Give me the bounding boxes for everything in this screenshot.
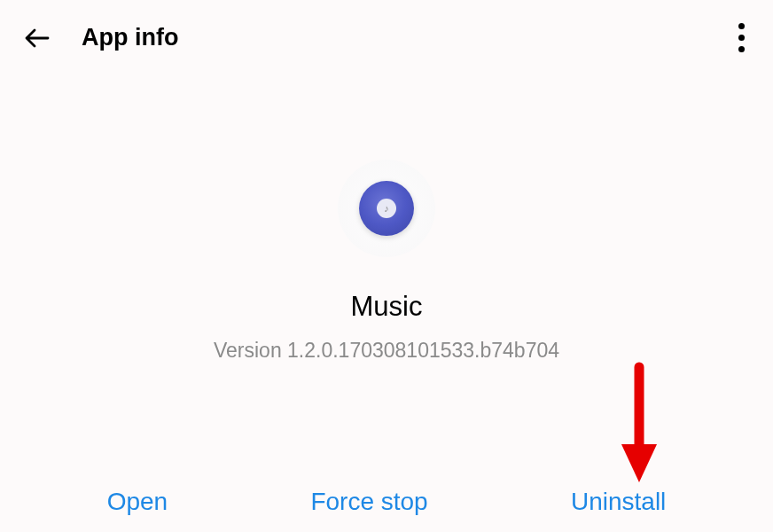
header-left: App info xyxy=(21,22,178,54)
app-name: Music xyxy=(351,291,423,323)
header: App info xyxy=(0,0,773,75)
svg-marker-1 xyxy=(621,444,657,482)
action-buttons: Open Force stop Uninstall xyxy=(0,488,773,516)
annotation-arrow-icon xyxy=(617,360,661,484)
page-title: App info xyxy=(82,24,178,51)
more-vertical-icon xyxy=(738,23,745,29)
app-version: Version 1.2.0.170308101533.b74b704 xyxy=(214,339,559,363)
app-info-section: ♪ Music Version 1.2.0.170308101533.b74b7… xyxy=(0,160,773,363)
more-options-button[interactable] xyxy=(731,16,752,59)
uninstall-button[interactable]: Uninstall xyxy=(571,488,666,516)
open-button[interactable]: Open xyxy=(107,488,168,516)
back-button[interactable] xyxy=(21,22,53,54)
music-disc-icon: ♪ xyxy=(359,181,414,236)
app-icon: ♪ xyxy=(338,160,435,257)
arrow-left-icon xyxy=(21,22,53,54)
force-stop-button[interactable]: Force stop xyxy=(310,488,427,516)
